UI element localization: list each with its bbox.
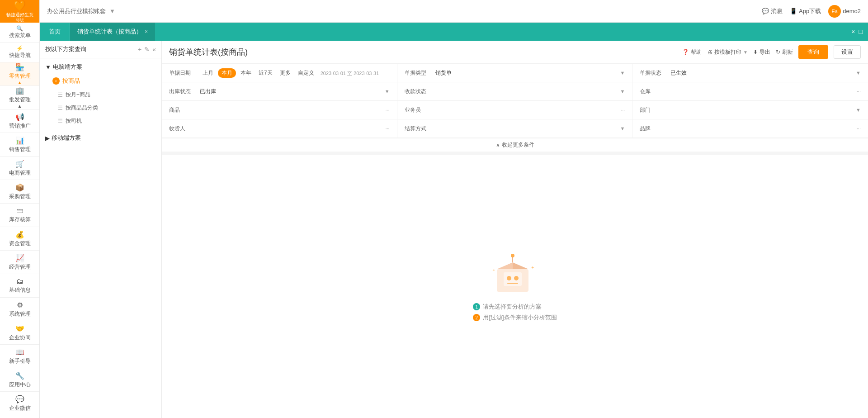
subitem-icon-1: ☰ [58, 92, 63, 98]
out-status-value: 已出库 [200, 88, 385, 95]
query-button[interactable]: 查询 [798, 45, 828, 59]
help-btn[interactable]: ❓ 帮助 [682, 48, 702, 56]
mobile-arrow-icon: ▶ [45, 135, 50, 142]
sidebar-item-enterprise[interactable]: 🤝 企业协同 [0, 321, 39, 345]
brand-more[interactable]: ··· [857, 126, 861, 131]
date-tab-current-month[interactable]: 本月 [218, 68, 236, 78]
marketing-icon: 📢 [15, 113, 24, 121]
scheme-item-by-goods[interactable]: ○ 按商品 [40, 74, 161, 88]
warehouse-more[interactable]: ··· [857, 89, 861, 94]
sidebar-item-guide[interactable]: 📖 新手引导 [0, 345, 39, 368]
collapse-conditions-btn[interactable]: ∧ 收起更多条件 [496, 141, 534, 149]
date-tab-more[interactable]: 更多 [277, 68, 293, 78]
system-label: 系统管理 [9, 310, 31, 318]
sidebar-item-member[interactable]: 👤 畅会员 [0, 415, 39, 418]
message-btn[interactable]: 💬 消息 [762, 7, 783, 15]
sidebar-item-operation[interactable]: 📈 经营管理 [0, 251, 39, 274]
message-label: 消息 [771, 7, 783, 15]
scheme-subitem-driver[interactable]: ☰ 按司机 [40, 114, 161, 128]
receipt-status-dropdown[interactable]: ▼ [620, 89, 625, 94]
salesman-label: 业务员 [405, 106, 432, 114]
payment-label: 结算方式 [405, 125, 432, 133]
window-close-btn[interactable]: × [851, 28, 855, 35]
system-icon: ⚙ [17, 301, 23, 309]
sidebar-item-inventory[interactable]: 🗃 库存核算 [0, 204, 39, 227]
empty-illustration: ✦ ✦ [488, 249, 542, 294]
scheme-group-mobile: ▶ 移动端方案 [40, 129, 161, 147]
basic-icon: 🗂 [16, 277, 24, 285]
operation-label: 经营管理 [9, 263, 31, 271]
top-header: 办公用品行业模拟账套 ▼ 💬 消息 📱 App下载 Ea demo2 [40, 0, 868, 23]
edit-scheme-btn[interactable]: ✎ [144, 46, 150, 53]
sidebar-item-system[interactable]: ⚙ 系统管理 [0, 298, 39, 321]
sidebar-item-ecommerce[interactable]: 🛒 电商管理 [0, 157, 39, 180]
sidebar-search[interactable]: 🔍 搜索菜单 [0, 23, 39, 43]
goods-more[interactable]: ··· [385, 107, 389, 113]
dept-dropdown[interactable]: ▼ [856, 107, 861, 113]
date-tab-current-year[interactable]: 本年 [238, 68, 254, 78]
search-label: 搜索菜单 [9, 32, 31, 38]
filter-cell-dept: 部门 ▼ [632, 101, 868, 119]
filter-actions: ∧ 收起更多条件 [162, 138, 868, 152]
add-scheme-btn[interactable]: + [138, 46, 142, 53]
salesman-more[interactable]: ··· [621, 107, 625, 113]
nav-label: 快捷导航 [9, 52, 31, 58]
refresh-btn[interactable]: ↻ 刷新 [776, 48, 793, 56]
tip-text-2: 用[过滤]条件来缩小分析范围 [483, 314, 557, 322]
print-template-btn[interactable]: 🖨 按模板打印 ▼ [707, 48, 748, 56]
app-logo: 🧡 畅捷通好生意 标版 [0, 0, 39, 23]
doc-status-value: 已生效 [670, 69, 856, 77]
desktop-arrow-icon: ▼ [45, 64, 51, 71]
tab-home[interactable]: 首页 [40, 23, 70, 41]
message-icon: 💬 [762, 8, 769, 14]
app-icon: 📱 [790, 8, 797, 14]
sidebar-item-retail[interactable]: 🏪 零售管理 ▲ [0, 62, 39, 86]
wholesale-icon: 🏢 [15, 86, 24, 95]
sidebar-item-basic[interactable]: 🗂 基础信息 [0, 274, 39, 298]
date-tab-last-month[interactable]: 上月 [200, 68, 216, 78]
sidebar-item-wechat[interactable]: 💬 企业微信 [0, 392, 39, 415]
svg-rect-6 [507, 283, 518, 284]
payment-dropdown[interactable]: ▼ [620, 126, 625, 131]
settings-button[interactable]: 设置 [834, 45, 861, 59]
tab-active[interactable]: 销货单统计表（按商品） × [70, 23, 155, 41]
user-name: demo2 [843, 8, 861, 14]
scheme-group-desktop-header[interactable]: ▼ 电脑端方案 [40, 60, 161, 74]
sidebar-item-apps[interactable]: 🔧 应用中心 [0, 368, 39, 392]
app-download-btn[interactable]: 📱 App下载 [790, 7, 821, 15]
tip-item-1: 1 请先选择要分析的方案 [473, 303, 557, 311]
sidebar-quick-nav[interactable]: ⚡ 快捷导航 [0, 43, 39, 62]
help-icon: ❓ [682, 49, 689, 55]
enterprise-label: 企业协同 [9, 334, 31, 342]
industry-dropdown-icon[interactable]: ▼ [109, 8, 115, 14]
scheme-group-mobile-header[interactable]: ▶ 移动端方案 [40, 131, 161, 145]
sidebar-item-purchase[interactable]: 📦 采购管理 [0, 180, 39, 204]
receiver-more[interactable]: ··· [385, 126, 389, 131]
doc-type-dropdown[interactable]: ▼ [620, 70, 625, 76]
sidebar-item-marketing[interactable]: 📢 营销推广 [0, 109, 39, 133]
doc-status-dropdown[interactable]: ▼ [856, 70, 861, 76]
tip-item-2: 2 用[过滤]条件来缩小分析范围 [473, 314, 557, 322]
doc-type-value: 销货单 [435, 69, 620, 77]
main-area: 办公用品行业模拟账套 ▼ 💬 消息 📱 App下载 Ea demo2 首页 [40, 0, 868, 418]
user-profile[interactable]: Ea demo2 [828, 5, 861, 18]
sidebar: 🧡 畅捷通好生意 标版 🔍 搜索菜单 ⚡ 快捷导航 🏪 零售管理 ▲ 🏢 批发管… [0, 0, 40, 418]
filter-row-4: 收货人 ··· 结算方式 ▼ 品牌 ··· [162, 119, 868, 138]
tab-close-icon[interactable]: × [145, 28, 148, 35]
export-btn[interactable]: ⬇ 导出 [753, 48, 770, 56]
sidebar-item-sales[interactable]: 📊 销售管理 [0, 133, 39, 157]
scheme-subitem-month-goods[interactable]: ☰ 按月+商品 [40, 88, 161, 101]
date-tab-7days[interactable]: 近7天 [256, 68, 275, 78]
doc-type-label: 单据类型 [405, 69, 432, 77]
inventory-label: 库存核算 [9, 216, 31, 223]
sidebar-item-finance[interactable]: 💰 资金管理 [0, 227, 39, 251]
collapse-panel-btn[interactable]: « [152, 46, 156, 53]
filter-cell-warehouse: 仓库 ··· [632, 82, 868, 100]
sidebar-item-wholesale[interactable]: 🏢 批发管理 ▲ [0, 86, 39, 109]
date-tab-custom[interactable]: 自定义 [295, 68, 317, 78]
industry-label: 办公用品行业模拟账套 [47, 7, 106, 15]
out-status-dropdown[interactable]: ▼ [385, 89, 390, 94]
enterprise-icon: 🤝 [15, 324, 24, 333]
scheme-subitem-category[interactable]: ☰ 按商品品分类 [40, 101, 161, 114]
window-max-btn[interactable]: □ [859, 28, 863, 35]
